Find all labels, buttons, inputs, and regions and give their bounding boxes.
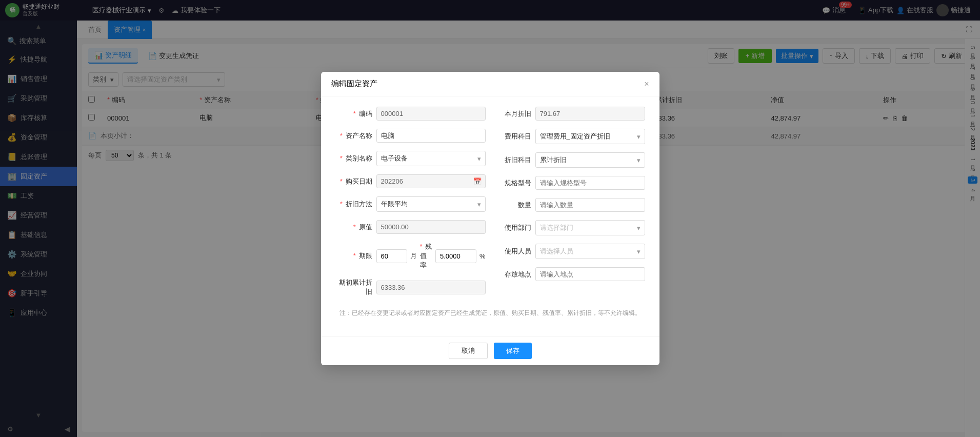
period-unit-label: 月 [410,251,417,261]
expense-subject-value: 管理费用_固定资产折旧 [540,132,610,141]
modal-title: 编辑固定资产 [331,79,377,89]
depr-subject-select[interactable]: 累计折旧 ▾ [535,152,645,168]
field-purchase-date: * 购买日期 📅 [331,174,490,188]
period-label: * 期限 [335,251,376,261]
dept-select[interactable]: 请选择部门 ▾ [535,220,645,235]
category-select[interactable]: 电子设备 ▾ [376,151,486,166]
depr-method-select[interactable]: 年限平均 ▾ [376,196,486,212]
depr-method-value: 年限平均 [381,200,408,209]
field-category: * 类别名称 电子设备 ▾ [331,151,490,166]
user-label: 使用人员 [494,247,535,256]
field-location: 存放地点 [490,267,649,281]
modal-note: 注：已经存在变更记录或者对应固定资产已经生成凭证，原值、购买日期、残值率、累计折… [331,305,649,326]
initial-depr-label: 期初累计折旧 [335,278,376,296]
asset-name-label: * 资产名称 [335,131,376,141]
modal-close-button[interactable]: × [644,80,649,89]
purchase-date-input [376,174,486,188]
code-label: * 编码 [335,109,376,118]
field-period: * 期限 月 * 残值率 % [331,242,490,270]
modal-form: * 编码 * 资产名称 * [331,107,649,305]
field-expense-subject: 费用科目 管理费用_固定资产折旧 ▾ [490,129,649,144]
monthly-depr-label: 本月折旧 [494,109,535,118]
modal-overlay: 编辑固定资产 × * 编码 * 资产 [0,0,980,437]
field-depr-subject: 折旧科目 累计折旧 ▾ [490,152,649,168]
field-original-value: * 原值 [331,220,490,234]
purchase-date-label: * 购买日期 [335,177,376,186]
period-inline: 月 * 残值率 % [376,242,486,270]
form-left-col: * 编码 * 资产名称 * [331,107,490,305]
dept-placeholder: 请选择部门 [540,223,573,232]
purchase-date-field: 📅 [376,174,486,188]
field-asset-name: * 资产名称 [331,129,490,143]
depr-subject-label: 折旧科目 [494,155,535,165]
depr-subject-value: 累计折旧 [540,155,567,165]
edit-asset-modal: 编辑固定资产 × * 编码 * 资产 [321,72,659,365]
residual-rate-input [435,249,476,263]
dept-label: 使用部门 [494,223,535,232]
chevron-down-icon: ▾ [637,224,641,232]
location-label: 存放地点 [494,270,535,279]
asset-name-input[interactable] [376,129,486,143]
modal-header: 编辑固定资产 × [321,72,659,96]
field-monthly-depr: 本月折旧 [490,107,649,121]
cancel-button[interactable]: 取消 [449,343,488,359]
category-label: * 类别名称 [335,154,376,163]
quantity-label: 数量 [494,201,535,210]
depr-method-label: * 折旧方法 [335,200,376,209]
chevron-down-icon: ▾ [477,201,481,208]
chevron-down-icon: ▾ [477,155,481,163]
chevron-down-icon: ▾ [637,248,641,255]
field-spec: 规格型号 [490,176,649,190]
residual-rate-unit: % [479,252,486,260]
expense-subject-select[interactable]: 管理费用_固定资产折旧 ▾ [535,129,645,144]
location-input[interactable] [535,267,645,281]
field-code: * 编码 [331,107,490,121]
period-input [376,249,407,263]
spec-input[interactable] [535,176,645,190]
form-right-col: 本月折旧 费用科目 管理费用_固定资产折旧 ▾ [490,107,649,305]
field-depr-method: * 折旧方法 年限平均 ▾ [331,196,490,212]
original-value-input [376,220,486,234]
spec-label: 规格型号 [494,178,535,188]
chevron-down-icon: ▾ [637,133,641,141]
user-select[interactable]: 请选择人员 ▾ [535,244,645,259]
initial-depr-input [376,281,486,294]
category-value: 电子设备 [381,154,408,163]
save-button[interactable]: 保存 [494,343,532,359]
quantity-input[interactable] [535,198,645,212]
field-quantity: 数量 [490,198,649,212]
residual-rate-label: * 残值率 [420,242,432,270]
modal-body: * 编码 * 资产名称 * [321,96,659,336]
modal-footer: 取消 保存 [321,336,659,365]
calendar-icon[interactable]: 📅 [473,177,482,185]
field-initial-depr: 期初累计折旧 [331,278,490,296]
chevron-down-icon: ▾ [637,156,641,164]
monthly-depr-input [535,107,645,121]
original-value-label: * 原值 [335,223,376,232]
code-input [376,107,486,121]
field-user: 使用人员 请选择人员 ▾ [490,244,649,259]
user-placeholder: 请选择人员 [540,247,573,256]
field-dept: 使用部门 请选择部门 ▾ [490,220,649,235]
expense-subject-label: 费用科目 [494,132,535,141]
